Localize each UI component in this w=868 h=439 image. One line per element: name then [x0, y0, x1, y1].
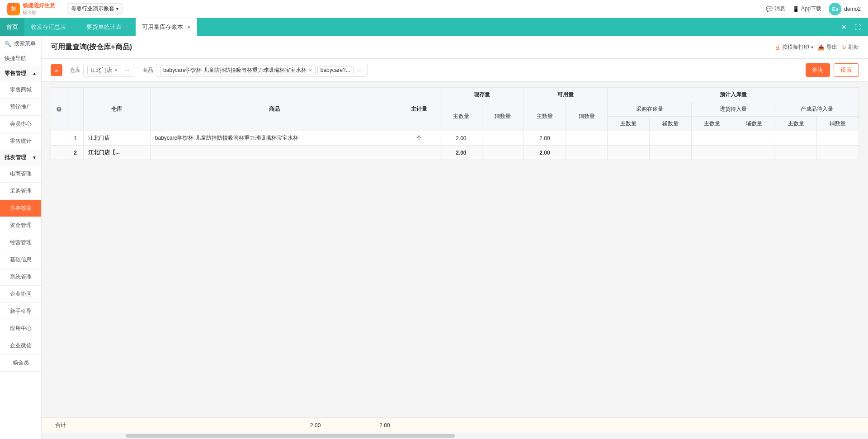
product-filter-tag2: babycare?... [317, 66, 354, 74]
close-tab-requisition[interactable]: ✕ [125, 24, 129, 30]
sidebar-item-enterprise-collab[interactable]: 企业协同 [0, 286, 41, 303]
warehouse-filter-label: 仓库 [70, 66, 80, 74]
product-more-btn[interactable]: ··· [355, 67, 363, 73]
row2-settings [51, 146, 67, 160]
row1-product: babycare学饮杯 儿童防摔防撞吸管杯重力球吸嘴杯宝宝水杯 [150, 131, 398, 146]
sidebar-item-inventory-check[interactable]: 库存核算 [0, 200, 41, 217]
close-window-button[interactable]: ✕ [838, 21, 850, 33]
warehouse-more-btn[interactable]: ··· [123, 67, 131, 73]
close-tab-available[interactable]: ✕ [187, 24, 191, 30]
sidebar-search-menu[interactable]: 🔍 搜索菜单 [0, 36, 41, 51]
th-unit: 主计量 [398, 88, 440, 131]
tab-available-inventory[interactable]: 可用量库存账本 ✕ [136, 18, 197, 36]
sidebar-item-system-mgmt[interactable]: 系统管理 [0, 269, 41, 286]
row1-unit: 个 [398, 131, 440, 146]
row2-stock-main: 2.00 [440, 146, 482, 160]
th-purchase-sub: 辅数量 [650, 117, 692, 131]
chevron-down-icon: ▼ [32, 155, 37, 160]
query-button[interactable]: 查询 [806, 63, 830, 77]
th-purchase-main: 主数量 [608, 117, 650, 131]
sidebar-item-member-center[interactable]: 会员中心 [0, 116, 41, 133]
chevron-down-icon: ▾ [811, 45, 813, 50]
page-actions: 🖨 按模板打印 ▾ 📤 导出 ↻ 刷新 [775, 43, 859, 51]
sidebar-item-wholesale-mgmt[interactable]: 批发管理 ▼ [0, 150, 41, 165]
chevron-down-icon: ▾ [116, 6, 118, 11]
sidebar-item-ecom-mgmt[interactable]: 电商管理 [0, 165, 41, 183]
row1-incoming-main [691, 131, 733, 146]
row1-warehouse: 江北门店 [84, 131, 151, 146]
close-tab-receive[interactable]: ✕ [70, 24, 74, 30]
logo-text: 畅捷通好生意 标准版 [23, 2, 55, 16]
remove-product-tag1[interactable]: ✕ [308, 67, 312, 73]
sidebar-quick-nav[interactable]: 快捷导航 [0, 51, 41, 66]
product-filter-label: 商品 [142, 66, 153, 74]
sidebar-item-enterprise-wechat[interactable]: 企业微信 [0, 337, 41, 354]
app-download-button[interactable]: 📱 App下载 [793, 5, 821, 13]
sidebar-item-retail-stats[interactable]: 零售统计 [0, 133, 41, 150]
user-area[interactable]: Ea demo2 [829, 3, 861, 15]
print-button[interactable]: 🖨 按模板打印 ▾ [775, 43, 813, 51]
sidebar-item-retail-mgmt[interactable]: 零售管理 ▲ [0, 66, 41, 81]
th-warehouse: 仓库 [84, 88, 151, 131]
warehouse-filter-group: 仓库 江北门店 ✕ ··· [70, 64, 135, 77]
product-filter-input[interactable]: babycare学饮杯 儿童防摔防撞吸管杯重力球吸嘴杯宝宝水杯 ✕ babyca… [156, 64, 368, 77]
remove-warehouse-tag[interactable]: ✕ [114, 67, 118, 73]
export-icon: 📤 [818, 44, 825, 51]
product-filter-tag1: babycare学饮杯 儿童防摔防撞吸管杯重力球吸嘴杯宝宝水杯 ✕ [160, 66, 316, 75]
table-row: 1 江北门店 babycare学饮杯 儿童防摔防撞吸管杯重力球吸嘴杯宝宝水杯 个… [51, 131, 859, 146]
table-wrapper: ⚙ 仓库 商品 主计量 现存量 可用量 预计入库量 主数量 辅数量 主数量 [42, 82, 868, 417]
filter-action-buttons: 查询 设置 [806, 63, 859, 77]
th-planned-group: 预计入库量 [608, 88, 859, 102]
print-icon: 🖨 [775, 44, 780, 51]
footer-label: 合计 [55, 421, 66, 429]
row2-incoming-sub [733, 146, 775, 160]
sidebar-item-basic-info[interactable]: 基础信息 [0, 251, 41, 269]
expand-window-button[interactable]: ⛶ [852, 21, 863, 33]
row2-unit [398, 146, 440, 160]
top-bar-left: 好 畅捷通好生意 标准版 母婴行业演示账套 ▾ [7, 2, 123, 16]
sidebar-item-new-guide[interactable]: 新手引导 [0, 303, 41, 320]
message-button[interactable]: 💬 消息 [766, 5, 785, 13]
th-product: 商品 [150, 88, 398, 131]
refresh-button[interactable]: ↻ 刷新 [842, 43, 859, 51]
tab-receive-summary[interactable]: 收发存汇总表 ✕ [24, 18, 80, 36]
table-row: 2 江北门店【... 2.00 2.00 [51, 146, 859, 160]
th-purchase-transit: 采购在途量 [608, 102, 691, 117]
th-stock-sub: 辅数量 [482, 102, 524, 131]
gear-icon[interactable]: ⚙ [56, 106, 62, 113]
row2-incoming-main [691, 146, 733, 160]
row2-warehouse: 江北门店【... [84, 146, 151, 160]
th-stock-main: 主数量 [440, 102, 482, 131]
horizontal-scrollbar[interactable] [42, 433, 868, 439]
warehouse-filter-input[interactable]: 江北门店 ✕ ··· [83, 64, 135, 77]
th-avail-sub: 辅数量 [566, 102, 608, 131]
sidebar-item-ops-mgmt[interactable]: 经营管理 [0, 234, 41, 251]
row2-seq: 2 [67, 146, 84, 160]
sidebar-item-finance-mgmt[interactable]: 资金管理 [0, 217, 41, 234]
warehouse-filter-tag: 江北门店 ✕ [87, 66, 121, 75]
tab-requisition-summary[interactable]: 要货单统计表 ✕ [80, 18, 136, 36]
sidebar-item-purchase-mgmt[interactable]: 采购管理 [0, 183, 41, 200]
th-seq [67, 88, 84, 131]
download-icon: 📱 [793, 6, 799, 12]
search-icon: 🔍 [5, 41, 11, 47]
sidebar-item-app-center[interactable]: 应用中心 [0, 320, 41, 337]
settings-button[interactable]: 设置 [834, 63, 859, 77]
row1-seq: 1 [67, 131, 84, 146]
org-selector[interactable]: 母婴行业演示账套 ▾ [67, 3, 123, 14]
tab-home[interactable]: 首页 [0, 18, 24, 36]
row1-incoming-sub [733, 131, 775, 146]
sidebar-item-retail-mall[interactable]: 零售商城 [0, 81, 41, 99]
row1-stock-sub [482, 131, 524, 146]
sidebar: 🔍 搜索菜单 快捷导航 零售管理 ▲ 零售商城 营销推广 会员中心 零售统计 批… [0, 36, 42, 439]
filter-toggle-button[interactable]: » [51, 64, 62, 76]
th-stock-group: 现存量 [440, 88, 524, 102]
row2-product [150, 146, 398, 160]
th-settings: ⚙ [51, 88, 67, 131]
sidebar-item-vip-member[interactable]: 畅会员 [0, 354, 41, 372]
export-button[interactable]: 📤 导出 [818, 43, 837, 51]
inventory-table: ⚙ 仓库 商品 主计量 现存量 可用量 预计入库量 主数量 辅数量 主数量 [51, 87, 859, 160]
scroll-thumb[interactable] [126, 434, 455, 438]
sidebar-item-marketing[interactable]: 营销推广 [0, 99, 41, 116]
row2-stock-sub [482, 146, 524, 160]
